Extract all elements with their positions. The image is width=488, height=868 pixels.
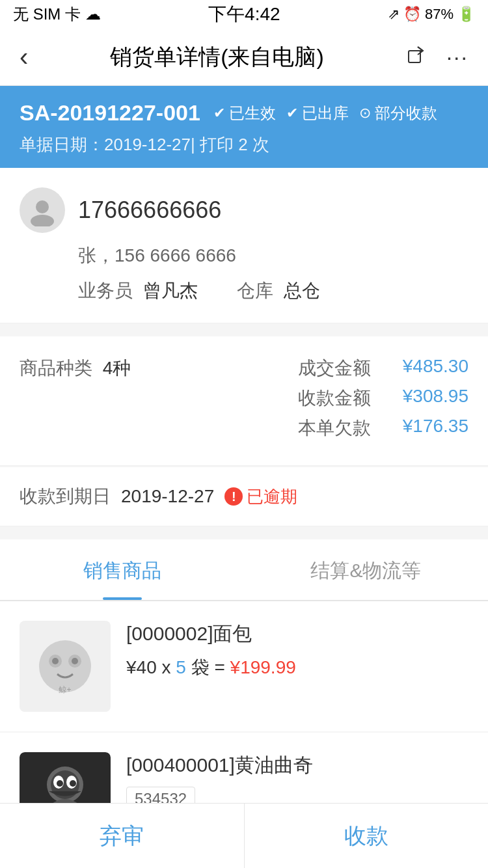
category-count: 4种 bbox=[103, 358, 131, 378]
received-amount-value: ¥308.95 bbox=[390, 386, 468, 411]
trading-amount-value: ¥485.30 bbox=[390, 356, 468, 381]
status-tags: ✔ 已生效 ✔ 已出库 ⊙ 部分收款 bbox=[213, 103, 437, 124]
status-tag-3: ⊙ 部分收款 bbox=[359, 103, 437, 124]
product-price-bread: ¥40 x 5 袋 = ¥199.99 bbox=[126, 655, 468, 680]
owed-amount-label: 本单欠款 bbox=[298, 416, 371, 441]
received-amount-row: 收款金额 ¥308.95 bbox=[298, 386, 468, 411]
tab-settlement-logistics[interactable]: 结算&物流等 bbox=[244, 539, 488, 600]
check-icon-1: ✔ bbox=[213, 105, 225, 122]
nav-bar: ‹ 销货单详情(来自电脑) ··· bbox=[0, 29, 488, 86]
due-label: 收款到期日 bbox=[20, 484, 111, 509]
status-right: ⇗ ⏰ 87% 🔋 bbox=[388, 6, 475, 23]
summary-row: 商品种类 4种 成交金额 ¥485.30 收款金额 ¥308.95 本单欠款 ¥… bbox=[20, 356, 468, 446]
svg-text:鲸+: 鲸+ bbox=[59, 685, 71, 694]
customer-name: 张，156 6666 6666 bbox=[78, 243, 468, 268]
header-banner: SA-20191227-001 ✔ 已生效 ✔ 已出库 ⊙ 部分收款 单据日期：… bbox=[0, 86, 488, 168]
banner-date: 单据日期：2019-12-27| 打印 2 次 bbox=[20, 133, 468, 156]
customer-section: 17666666666 张，156 6666 6666 业务员 曾凡杰 仓库 总… bbox=[0, 168, 488, 323]
overdue-badge: ! 已逾期 bbox=[224, 485, 297, 508]
page-title: 销货单详情(来自电脑) bbox=[110, 42, 324, 72]
banner-top: SA-20191227-001 ✔ 已生效 ✔ 已出库 ⊙ 部分收款 bbox=[20, 100, 468, 126]
summary-section: 商品种类 4种 成交金额 ¥485.30 收款金额 ¥308.95 本单欠款 ¥… bbox=[0, 336, 488, 466]
status-left: 无 SIM 卡 ☁ bbox=[13, 4, 101, 25]
avatar bbox=[20, 187, 65, 233]
svg-point-3 bbox=[31, 215, 54, 226]
sim-text: 无 SIM 卡 ☁ bbox=[13, 4, 101, 25]
location-icon: ⇗ bbox=[388, 6, 400, 23]
clock-icon: ⊙ bbox=[359, 105, 371, 122]
product-card: 鲸+ [0000002]面包 ¥40 x 5 袋 = ¥199.99 bbox=[0, 601, 488, 731]
tabs-section: 销售商品 结算&物流等 bbox=[0, 539, 488, 601]
bottom-bar: 弃审 收款 bbox=[0, 803, 488, 868]
owed-amount-value: ¥176.35 bbox=[390, 416, 468, 441]
category-label: 商品种类 bbox=[20, 358, 92, 378]
back-button[interactable]: ‹ bbox=[20, 42, 28, 72]
owed-amount-row: 本单欠款 ¥176.35 bbox=[298, 416, 468, 441]
salesperson-label: 业务员 曾凡杰 bbox=[78, 278, 198, 303]
alarm-icon: ⏰ bbox=[403, 6, 421, 23]
received-amount-label: 收款金额 bbox=[298, 386, 371, 411]
trading-amount-row: 成交金额 ¥485.30 bbox=[298, 356, 468, 381]
status-tag-1: ✔ 已生效 bbox=[213, 103, 276, 124]
collect-button[interactable]: 收款 bbox=[245, 804, 489, 868]
svg-point-16 bbox=[70, 780, 76, 787]
product-quantity-bread: 5 bbox=[176, 657, 186, 677]
status-bar: 无 SIM 卡 ☁ 下午4:42 ⇗ ⏰ 87% 🔋 bbox=[0, 0, 488, 29]
product-total-bread: ¥199.99 bbox=[230, 657, 296, 677]
svg-rect-0 bbox=[409, 51, 420, 62]
svg-point-2 bbox=[36, 200, 49, 213]
battery-text: 87% bbox=[425, 6, 454, 23]
svg-point-8 bbox=[72, 658, 78, 664]
warehouse-name: 总仓 bbox=[284, 280, 320, 301]
status-time: 下午4:42 bbox=[208, 2, 280, 27]
tabs-row: 销售商品 结算&物流等 bbox=[0, 539, 488, 600]
summary-left: 商品种类 4种 bbox=[20, 356, 131, 381]
product-name-bread: [0000002]面包 bbox=[126, 621, 468, 647]
more-icon[interactable]: ··· bbox=[446, 44, 468, 70]
nav-actions: ··· bbox=[406, 44, 468, 70]
customer-phone: 17666666666 bbox=[78, 197, 221, 224]
customer-row: 17666666666 bbox=[20, 187, 468, 233]
tab-sales-products[interactable]: 销售商品 bbox=[0, 539, 244, 600]
warehouse-label: 仓库 总仓 bbox=[237, 278, 320, 303]
svg-point-4 bbox=[39, 640, 91, 692]
svg-point-15 bbox=[57, 780, 63, 787]
salesperson-name: 曾凡杰 bbox=[143, 280, 198, 301]
order-id: SA-20191227-001 bbox=[20, 100, 200, 126]
due-section: 收款到期日 2019-12-27 ! 已逾期 bbox=[0, 467, 488, 526]
customer-meta: 业务员 曾凡杰 仓库 总仓 bbox=[78, 278, 468, 303]
due-date: 2019-12-27 bbox=[121, 486, 214, 507]
product-info-bread: [0000002]面包 ¥40 x 5 袋 = ¥199.99 bbox=[126, 621, 468, 680]
trading-amount-label: 成交金额 bbox=[298, 356, 371, 381]
product-name-cookie: [000400001]黄油曲奇 bbox=[126, 752, 468, 779]
share-icon[interactable] bbox=[406, 44, 427, 70]
check-icon-2: ✔ bbox=[286, 105, 298, 122]
summary-right: 成交金额 ¥485.30 收款金额 ¥308.95 本单欠款 ¥176.35 bbox=[298, 356, 468, 446]
product-thumbnail-bread: 鲸+ bbox=[20, 621, 111, 712]
svg-point-7 bbox=[52, 658, 59, 664]
status-tag-2: ✔ 已出库 bbox=[286, 103, 349, 124]
overdue-icon: ! bbox=[224, 487, 243, 506]
cancel-button[interactable]: 弃审 bbox=[0, 804, 245, 868]
battery-icon: 🔋 bbox=[457, 6, 475, 23]
